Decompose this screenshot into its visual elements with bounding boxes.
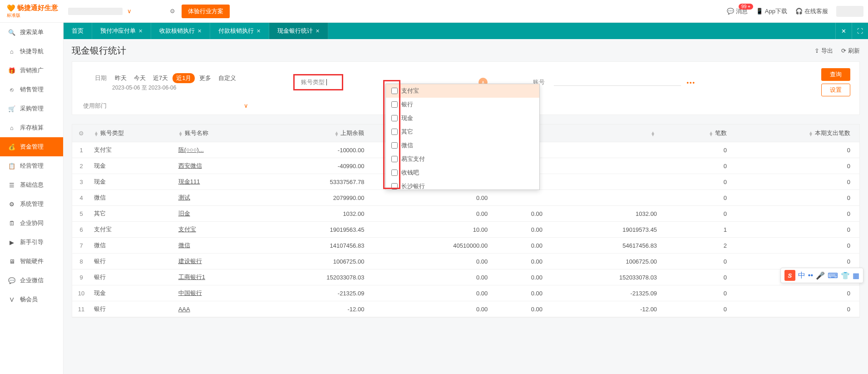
gear-icon[interactable]: ⚙ xyxy=(168,6,177,16)
company-selector[interactable]: ∨ xyxy=(68,8,168,15)
logo-text: 畅捷通好生意 xyxy=(17,4,58,12)
logo-icon: 🧡 xyxy=(7,4,15,12)
app-download-label: App下载 xyxy=(765,7,787,15)
message-icon: 💬 xyxy=(727,8,734,15)
chevron-down-icon: ∨ xyxy=(127,8,132,15)
industry-plan-button[interactable]: 体验行业方案 xyxy=(182,5,230,18)
top-header: 🧡畅捷通好生意 标准版 ∨ ⚙ 体验行业方案 💬 消息 99 + 📱 App下载… xyxy=(0,0,868,23)
online-service-button[interactable]: 🎧 在线客服 xyxy=(795,7,828,15)
headset-icon: 🎧 xyxy=(795,8,803,15)
user-avatar[interactable] xyxy=(836,6,863,17)
app-download-button[interactable]: 📱 App下载 xyxy=(756,7,787,15)
header-right: 💬 消息 99 + 📱 App下载 🎧 在线客服 xyxy=(727,6,863,17)
online-service-label: 在线客服 xyxy=(804,7,828,15)
phone-icon: 📱 xyxy=(756,8,763,15)
message-badge: 99 + xyxy=(739,4,753,10)
logo: 🧡畅捷通好生意 标准版 xyxy=(5,4,68,19)
logo-subtitle: 标准版 xyxy=(7,12,68,19)
message-button[interactable]: 💬 消息 99 + xyxy=(727,7,748,15)
